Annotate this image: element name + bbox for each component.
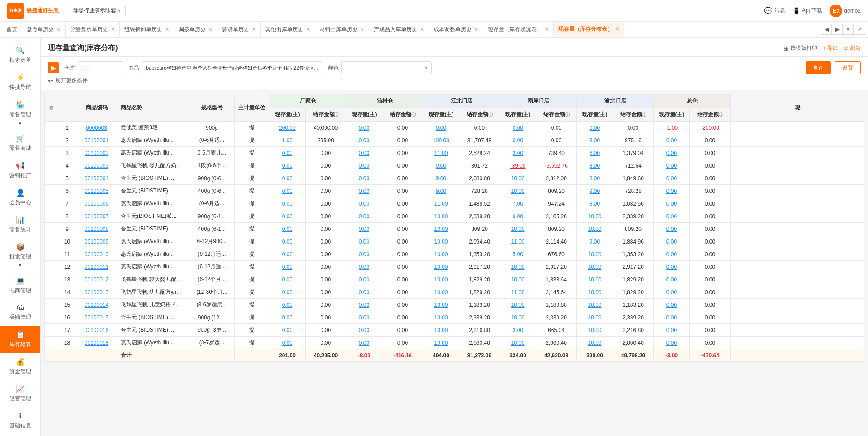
filter-expand-link[interactable]: ▾▾ 展开更多条件 xyxy=(48,74,861,85)
cell-current xyxy=(731,210,864,223)
cell-total-amt: 0.00 xyxy=(690,286,731,299)
tab-close-icon[interactable]: ✕ xyxy=(165,27,169,33)
tab-close-icon[interactable]: ✕ xyxy=(306,27,310,33)
tab-close-icon[interactable]: ✕ xyxy=(57,27,61,33)
tab-home[interactable]: 首页 xyxy=(2,22,22,38)
th-settings[interactable]: ⚙ xyxy=(45,94,58,122)
th-unit: 主计量单位 xyxy=(235,94,269,122)
logo-text: 畅捷通好生意 xyxy=(26,7,59,14)
filter-expand-btn[interactable]: ▶ xyxy=(48,62,59,73)
cell-total-amt: 0.00 xyxy=(690,159,731,172)
tab-close-icon[interactable]: ✕ xyxy=(111,27,115,33)
cell-code: 00100014 xyxy=(76,299,117,311)
goods-input[interactable]: babycare孕妇待产包 春季入院全套母子组合孕妇产后冬季月子用品 22件套 … xyxy=(142,61,322,74)
sidebar-item-wholesale[interactable]: 📦 批发管理 ▼ xyxy=(0,238,40,272)
tab-close-icon[interactable]: ✕ xyxy=(615,26,619,32)
cell-unit: 提 xyxy=(235,159,269,172)
cell-seq: 13 xyxy=(58,273,76,286)
tab-assembly[interactable]: 组装拆卸单历史 ✕ xyxy=(120,22,174,38)
sidebar-item-marketing[interactable]: 📢 营销推广 xyxy=(0,157,40,184)
tab-stock-record[interactable]: 盘点单历史 ✕ xyxy=(22,22,66,38)
dropdown-selector[interactable]: 母婴行业演示陈套 ▾ xyxy=(68,5,126,16)
sidebar-item-retail-mgmt[interactable]: 🏪 零售管理 ▲ xyxy=(0,96,40,130)
info-icon[interactable]: ⓘ xyxy=(565,112,570,117)
th-name: 商品名称 xyxy=(117,94,189,122)
total-empty4 xyxy=(189,349,235,362)
cell-yuebei-amt: 1,884.96 xyxy=(613,235,654,248)
refresh-btn[interactable]: ↺ 刷新 xyxy=(844,44,861,52)
tab-cost-adjust[interactable]: 成本调整单历史 ✕ xyxy=(429,22,483,38)
user-area[interactable]: Ea demo2 xyxy=(830,5,861,17)
sidebar-item-retail-store[interactable]: 🛒 零售商城 xyxy=(0,130,40,157)
tab-close-icon[interactable]: ✕ xyxy=(252,27,256,33)
color-input[interactable]: ▾ xyxy=(341,61,432,74)
tab-next-btn[interactable]: ▶ xyxy=(832,24,843,35)
tab-close-icon[interactable]: ✕ xyxy=(545,27,549,33)
cell-total-qty: 0.00 xyxy=(654,273,690,286)
sidebar-item-finance[interactable]: 💰 资金管理 xyxy=(0,353,40,380)
sidebar-item-purchase[interactable]: 🛍 采购管理 xyxy=(0,299,40,326)
cell-factory-qty: 0.00 xyxy=(269,324,306,337)
export-btn[interactable]: ↑ 导出 xyxy=(823,44,838,52)
cell-total-amt: 0.00 xyxy=(690,223,731,235)
tab-other-out[interactable]: 其他出库单历史 ✕ xyxy=(261,22,315,38)
cell-luchen-amt: 0.00 xyxy=(382,210,423,223)
gear-icon[interactable]: ⚙ xyxy=(49,105,54,111)
sidebar-item-retail-stats[interactable]: 📊 零售统计 xyxy=(0,211,40,238)
query-btn[interactable]: 查询 xyxy=(806,61,831,74)
cell-spec: 1段(0-6个... xyxy=(189,159,235,172)
tab-prev-btn[interactable]: ◀ xyxy=(821,24,832,35)
tab-inventory-dist[interactable]: 现存量（库存分布表） ✕ xyxy=(554,22,624,38)
sidebar-item-member[interactable]: 👤 会员中心 xyxy=(0,184,40,211)
tab-order[interactable]: 要货单历史 ✕ xyxy=(217,22,261,38)
info-icon[interactable]: ⓘ xyxy=(642,112,646,117)
operations-icon: 📈 xyxy=(16,384,25,393)
cell-settings xyxy=(45,185,58,197)
info-icon[interactable]: ⓘ xyxy=(335,112,339,117)
tab-close-icon[interactable]: ✕ xyxy=(420,27,424,33)
cell-seq: 6 xyxy=(58,185,76,197)
sidebar-item-ecommerce[interactable]: 💻 电商管理 xyxy=(0,272,40,299)
tab-transfer[interactable]: 调拨单历史 ✕ xyxy=(174,22,217,38)
tab-close-icon[interactable]: ✕ xyxy=(360,27,364,33)
sidebar-item-inventory[interactable]: 📋 库存核算 xyxy=(0,326,40,353)
total-empty2 xyxy=(58,349,76,362)
cell-yuebei-qty: 10.00 xyxy=(577,248,613,261)
info-icon[interactable]: ⓘ xyxy=(411,112,416,117)
cell-yuebei-amt: 1,379.04 xyxy=(613,147,654,159)
cell-nanan-amt: 2,145.64 xyxy=(536,286,577,299)
print-btn[interactable]: 🖨 按模版打印 xyxy=(783,44,817,52)
table-container[interactable]: ⚙ 商品编码 商品名称 规格型号 主计量单位 厂家仓 陆村仓 江北门店 南岸门店… xyxy=(41,90,868,436)
sidebar-item-basic[interactable]: ℹ 基础信息 xyxy=(0,407,40,434)
info-icon[interactable]: ⓘ xyxy=(719,112,723,117)
cell-name: 合生元 (BIOSTIME) ... xyxy=(117,311,189,324)
th-jiangbei: 江北门店 xyxy=(423,94,500,108)
table-row: 13 00100012 飞鹤星飞帆 较大婴儿配... (6-12个月... 提 … xyxy=(45,273,864,286)
tab-maximize-btn[interactable]: ⤢ xyxy=(854,24,866,35)
sidebar-item-nav[interactable]: ⚡ 快捷导航 xyxy=(0,69,40,96)
warehouse-input[interactable]: ... xyxy=(78,61,123,74)
cell-settings xyxy=(45,210,58,223)
cell-name: 合生元(BIOSTIME)派... xyxy=(117,210,189,223)
table-row: 11 00100010 惠氏启赋 (Wyeth illu... (6-12月适.… xyxy=(45,248,864,261)
cell-code: 00100010 xyxy=(76,248,117,261)
info-icon[interactable]: ⓘ xyxy=(488,112,493,117)
tab-close-all-btn[interactable]: ✕ xyxy=(843,24,854,35)
tab-close-icon[interactable]: ✕ xyxy=(474,27,478,33)
tab-product-in[interactable]: 产成品入库单历史 ✕ xyxy=(369,22,429,38)
cell-factory-qty: 0.00 xyxy=(269,210,306,223)
sidebar-item-operations[interactable]: 📈 经营管理 xyxy=(0,380,40,407)
settings-btn[interactable]: 设置 xyxy=(835,61,861,74)
tab-close-icon[interactable]: ✕ xyxy=(208,27,212,33)
tab-inventory-status[interactable]: 现存量（库存状况表） ✕ xyxy=(483,22,554,38)
tab-material-out[interactable]: 材料出库单历史 ✕ xyxy=(315,22,369,38)
filter-warehouse: 仓库 ... xyxy=(64,61,123,74)
message-btn[interactable]: 💬 消息 xyxy=(764,7,785,15)
tab-sub-stock[interactable]: 分量盘点单历史 ✕ xyxy=(66,22,120,38)
sidebar-item-search[interactable]: 🔍 搜索英单 xyxy=(0,42,40,69)
app-download-btn[interactable]: 📱 App下载 xyxy=(793,7,822,14)
sidebar-item-system[interactable]: ⚙ 系统管理 xyxy=(0,434,40,436)
cell-code: 00100003 xyxy=(76,159,117,172)
th-jiangbei-amt: 结存金额ⓘ xyxy=(459,108,500,122)
cell-luchen-qty: 0.00 xyxy=(346,248,382,261)
